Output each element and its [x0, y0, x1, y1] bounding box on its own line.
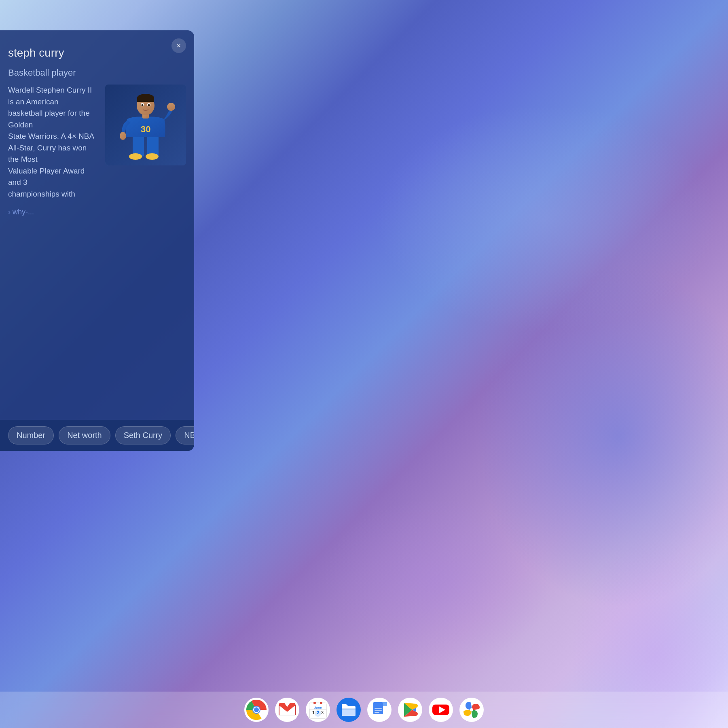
svg-text:1: 1 — [312, 710, 315, 715]
svg-text:2: 2 — [317, 710, 319, 715]
taskbar-icon-photos[interactable] — [459, 698, 484, 722]
panel-content: Basketball player Wardell Stephen Curry … — [0, 68, 194, 451]
taskbar-icon-youtube[interactable] — [429, 698, 453, 722]
chip-nba-players[interactable]: NBA pla... — [176, 426, 194, 444]
svg-text:30: 30 — [141, 124, 150, 134]
svg-point-47 — [470, 708, 473, 711]
description-line5: Valuable Player Award and 3 — [8, 167, 85, 187]
taskbar-icon-files[interactable] — [336, 698, 361, 722]
chip-net-worth[interactable]: Net worth — [59, 426, 110, 444]
svg-rect-40 — [375, 710, 382, 711]
chip-number[interactable]: Number — [8, 426, 54, 444]
description-line4: All-Star, Curry has won the Most — [8, 144, 87, 164]
svg-text:3: 3 — [321, 710, 324, 715]
taskbar-icon-docs[interactable] — [367, 698, 392, 722]
svg-rect-41 — [375, 712, 379, 713]
description-line6: championships with — [8, 190, 75, 198]
panel-header: × — [0, 30, 194, 42]
svg-point-4 — [120, 132, 126, 140]
taskbar-icon-gmail[interactable] — [275, 698, 299, 722]
description-line2: basketball player for the Golden — [8, 109, 90, 129]
description-text: Wardell Stephen Curry II is an American … — [8, 85, 97, 200]
svg-point-32 — [313, 702, 316, 704]
svg-point-14 — [129, 153, 142, 160]
svg-point-15 — [146, 153, 159, 160]
svg-point-33 — [320, 702, 322, 704]
taskbar-icon-playstore[interactable] — [398, 698, 422, 722]
svg-rect-35 — [342, 709, 356, 709]
svg-text:June: June — [314, 706, 322, 709]
svg-rect-38 — [383, 702, 387, 706]
search-query-text: steph curry — [8, 47, 186, 59]
svg-rect-9 — [137, 98, 154, 102]
chip-seth-curry[interactable]: Seth Curry — [115, 426, 171, 444]
chips-bar: Number Net worth Seth Curry NBA pla... — [0, 420, 194, 451]
taskbar-icon-calendar[interactable]: June 1 2 2 3 — [306, 698, 330, 722]
search-query-area: steph curry — [0, 42, 194, 68]
description-line3: State Warriors. A 4× NBA — [8, 132, 94, 140]
svg-point-19 — [254, 707, 259, 712]
description-line1: Wardell Stephen Curry II is an American — [8, 86, 92, 106]
taskbar-icon-chrome[interactable] — [244, 698, 269, 722]
svg-point-12 — [142, 104, 144, 106]
search-panel: × steph curry Basketball player Wardell … — [0, 30, 194, 451]
player-figure-svg: 30 — [105, 85, 186, 165]
svg-point-13 — [148, 104, 150, 106]
player-image: 30 — [105, 85, 186, 165]
svg-rect-39 — [375, 708, 382, 709]
entity-type-label: Basketball player — [8, 68, 186, 78]
source-link[interactable]: › why-... — [8, 208, 186, 216]
taskbar: June 1 2 2 3 — [0, 692, 728, 728]
info-section: Wardell Stephen Curry II is an American … — [8, 85, 186, 200]
